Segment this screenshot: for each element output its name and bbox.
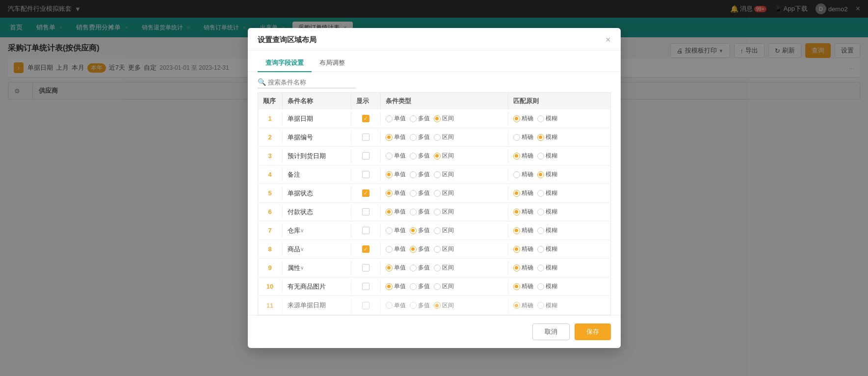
table-row: 9 属性 ∨ 单值 多值 [258, 259, 610, 277]
cell-check-6[interactable] [351, 205, 381, 218]
tab-layout-adjust[interactable]: 布局调整 [312, 55, 353, 72]
type-radio-multi-9[interactable]: 多值 [410, 264, 430, 272]
match-radio-exact-6[interactable]: 精确 [513, 208, 533, 216]
type-radio-multi-7[interactable]: 多值 [410, 226, 430, 235]
cell-check-1[interactable] [351, 112, 381, 125]
type-radio-range-2[interactable]: 区间 [434, 133, 454, 141]
radio-circle [386, 115, 393, 122]
type-radio-range-1[interactable]: 区间 [434, 114, 454, 123]
type-radio-single-1[interactable]: 单值 [386, 114, 406, 123]
type-radio-range-7[interactable]: 区间 [434, 226, 454, 235]
cell-type-9: 单值 多值 区间 [381, 261, 508, 275]
match-radio-exact-3[interactable]: 精确 [513, 152, 533, 160]
cell-check-10[interactable] [351, 280, 381, 293]
checkbox-4[interactable] [362, 171, 369, 178]
type-radio-multi-6[interactable]: 多值 [410, 208, 430, 216]
type-radio-single-8[interactable]: 单值 [386, 245, 406, 253]
checkbox-8[interactable] [362, 245, 369, 253]
checkbox-6[interactable] [362, 208, 369, 215]
type-radio-multi-11[interactable]: 多值 [410, 301, 430, 310]
tab-field-settings[interactable]: 查询字段设置 [258, 55, 312, 72]
checkbox-5[interactable] [362, 189, 369, 197]
match-radio-fuzzy-2[interactable]: 模糊 [537, 133, 557, 141]
cell-check-4[interactable] [351, 168, 381, 181]
type-radio-single-3[interactable]: 单值 [386, 152, 406, 160]
checkbox-9[interactable] [362, 264, 369, 271]
checkbox-7[interactable] [362, 227, 369, 234]
match-radio-fuzzy-7[interactable]: 模糊 [537, 226, 557, 235]
match-radio-exact-5[interactable]: 精确 [513, 189, 533, 197]
type-radio-multi-5[interactable]: 多值 [410, 189, 430, 197]
type-radio-group-6: 单值 多值 区间 [386, 208, 454, 216]
match-radio-fuzzy-1[interactable]: 模糊 [537, 114, 557, 123]
match-radio-fuzzy-6[interactable]: 模糊 [537, 208, 557, 216]
radio-circle [537, 190, 544, 197]
cell-check-2[interactable] [351, 131, 381, 144]
header-order: 顺序 [258, 93, 283, 109]
checkbox-2[interactable] [362, 134, 369, 141]
cell-check-7[interactable] [351, 224, 381, 237]
radio-circle-checked [386, 209, 393, 215]
radio-circle-checked [410, 227, 417, 234]
match-radio-exact-10[interactable]: 精确 [513, 282, 533, 291]
match-radio-exact-9[interactable]: 精确 [513, 264, 533, 272]
type-radio-range-5[interactable]: 区间 [434, 189, 454, 197]
type-radio-range-6[interactable]: 区间 [434, 208, 454, 216]
match-radio-exact-11[interactable]: 精确 [513, 301, 533, 310]
match-radio-fuzzy-4[interactable]: 模糊 [537, 170, 557, 179]
checkbox-11[interactable] [362, 302, 369, 309]
type-radio-range-4[interactable]: 区间 [434, 170, 454, 179]
match-radio-fuzzy-11[interactable]: 模糊 [537, 301, 557, 310]
type-radio-single-6[interactable]: 单值 [386, 208, 406, 216]
checkbox-3[interactable] [362, 152, 369, 160]
match-radio-exact-8[interactable]: 精确 [513, 245, 533, 253]
cell-check-8[interactable] [351, 242, 381, 256]
type-radio-single-10[interactable]: 单值 [386, 282, 406, 291]
cell-name-9: 属性 ∨ [283, 261, 351, 275]
type-radio-single-9[interactable]: 单值 [386, 264, 406, 272]
type-radio-multi-2[interactable]: 多值 [410, 133, 430, 141]
type-radio-single-2[interactable]: 单值 [386, 133, 406, 141]
type-radio-single-4[interactable]: 单值 [386, 170, 406, 179]
type-radio-multi-8[interactable]: 多值 [410, 245, 430, 253]
cancel-btn[interactable]: 取消 [532, 323, 570, 340]
search-input[interactable] [268, 79, 351, 86]
type-radio-single-5[interactable]: 单值 [386, 189, 406, 197]
type-radio-range-3[interactable]: 区间 [434, 152, 454, 160]
match-radio-exact-7[interactable]: 精确 [513, 226, 533, 235]
table-row: 7 仓库 ∨ 单值 多值 [258, 221, 610, 240]
match-radio-exact-1[interactable]: 精确 [513, 114, 533, 123]
match-radio-fuzzy-8[interactable]: 模糊 [537, 245, 557, 253]
match-radio-fuzzy-3[interactable]: 模糊 [537, 152, 557, 160]
type-radio-range-8[interactable]: 区间 [434, 245, 454, 253]
type-radio-multi-4[interactable]: 多值 [410, 170, 430, 179]
type-radio-range-10[interactable]: 区间 [434, 282, 454, 291]
cell-check-9[interactable] [351, 261, 381, 274]
match-radio-exact-2[interactable]: 精确 [513, 133, 533, 141]
match-radio-exact-4[interactable]: 精确 [513, 170, 533, 179]
table-row: 10 有无商品图片 单值 多值 [258, 277, 610, 296]
type-radio-multi-1[interactable]: 多值 [410, 114, 430, 123]
match-radio-fuzzy-10[interactable]: 模糊 [537, 282, 557, 291]
type-radio-multi-10[interactable]: 多值 [410, 282, 430, 291]
dialog-close-btn[interactable]: × [605, 35, 611, 45]
type-radio-single-11[interactable]: 单值 [386, 301, 406, 310]
type-radio-single-7[interactable]: 单值 [386, 226, 406, 235]
checkbox-1[interactable] [362, 115, 369, 122]
checkbox-10[interactable] [362, 283, 369, 290]
tab-field-settings-label: 查询字段设置 [265, 59, 304, 66]
radio-circle-checked [513, 265, 520, 271]
type-radio-multi-3[interactable]: 多值 [410, 152, 430, 160]
cell-check-3[interactable] [351, 149, 381, 162]
match-radio-fuzzy-9[interactable]: 模糊 [537, 264, 557, 272]
type-radio-range-9[interactable]: 区间 [434, 264, 454, 272]
cell-check-5[interactable] [351, 187, 381, 200]
type-radio-range-11[interactable]: 区间 [434, 301, 454, 310]
radio-circle [434, 227, 441, 234]
cell-type-2: 单值 多值 区间 [381, 130, 508, 144]
match-radio-fuzzy-5[interactable]: 模糊 [537, 189, 557, 197]
save-btn[interactable]: 保存 [575, 323, 611, 340]
cell-type-4: 单值 多值 区间 [381, 167, 508, 182]
cell-check-11[interactable] [351, 299, 381, 312]
cell-match-10: 精确 模糊 [508, 279, 606, 294]
